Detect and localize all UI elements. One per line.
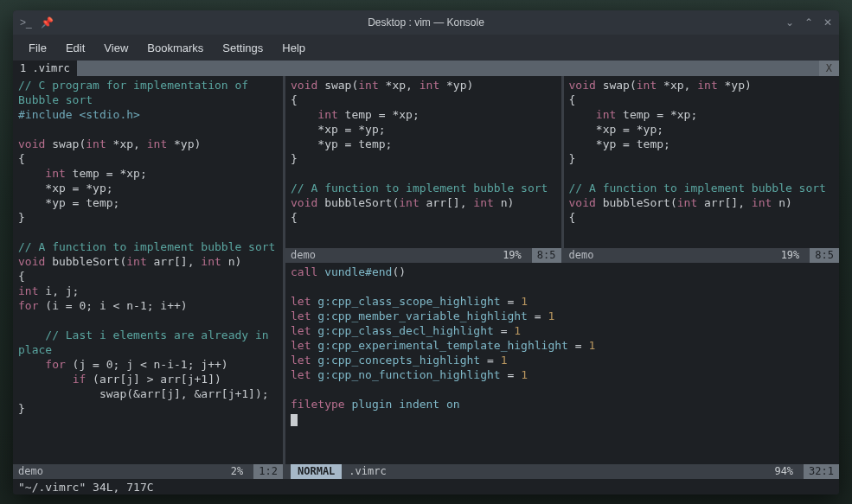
status-position: 8:5 [810,248,839,263]
menu-view[interactable]: View [97,38,135,58]
close-button[interactable]: ✕ [823,16,832,29]
cursor [291,414,298,426]
code-demo-full[interactable]: // C program for implementation of Bubbl… [13,76,283,464]
status-percent: 19% [781,248,800,263]
status-filename: demo [569,248,594,263]
konsole-window: >_ 📌 Desktop : vim — Konsole ⌄ ⌃ ✕ File … [13,10,839,494]
code-vimrc[interactable]: call vundle#end() let g:cpp_class_scope_… [285,263,839,464]
tab-close-indicator[interactable]: X [819,61,839,76]
status-filename: demo [291,248,316,263]
pane-top-b: void swap(int *xp, int *yp) { int temp =… [564,76,840,263]
code-demo-b[interactable]: void swap(int *xp, int *yp) { int temp =… [564,76,840,248]
status-filename: .vimrc [342,464,393,479]
menu-bookmarks[interactable]: Bookmarks [140,38,210,58]
status-percent: 2% [231,464,243,479]
tabline-fill [77,61,819,76]
statusline-top-b: demo 19% 8:5 [564,248,840,263]
status-position: 8:5 [532,248,561,263]
minimize-button[interactable]: ⌄ [785,16,794,29]
menu-file[interactable]: File [22,38,54,58]
vim-cmdline: "~/.vimrc" 34L, 717C [13,479,839,494]
window-title: Desktop : vim — Konsole [13,16,839,29]
code-demo-a[interactable]: void swap(int *xp, int *yp) { int temp =… [285,76,561,248]
menu-settings[interactable]: Settings [215,38,270,58]
status-position: 1:2 [253,464,283,479]
maximize-button[interactable]: ⌃ [804,16,813,29]
pane-top-a: void swap(int *xp, int *yp) { int temp =… [285,76,561,263]
pane-left: // C program for implementation of Bubbl… [13,76,283,479]
editor-area: // C program for implementation of Bubbl… [13,76,839,479]
statusline-top-a: demo 19% 8:5 [285,248,561,263]
status-percent: 94% [774,464,793,479]
tab-vimrc[interactable]: 1 .vimrc [13,61,77,76]
menu-help[interactable]: Help [275,38,312,58]
mode-indicator: NORMAL [291,464,342,479]
menu-edit[interactable]: Edit [59,38,92,58]
menubar: File Edit View Bookmarks Settings Help [13,35,839,61]
status-filename: demo [18,464,43,479]
status-position: 32:1 [804,464,839,479]
status-percent: 19% [503,248,522,263]
vim-tabline: 1 .vimrc X [13,61,839,76]
pane-vimrc: call vundle#end() let g:cpp_class_scope_… [285,263,839,479]
pane-right-container: void swap(int *xp, int *yp) { int temp =… [285,76,839,479]
statusline-vimrc: NORMAL .vimrc 94% 32:1 [285,464,839,479]
pin-icon[interactable]: 📌 [41,16,54,29]
terminal-icon: >_ [20,16,32,29]
titlebar[interactable]: >_ 📌 Desktop : vim — Konsole ⌄ ⌃ ✕ [13,10,839,35]
statusline-left: demo 2% 1:2 [13,464,283,479]
